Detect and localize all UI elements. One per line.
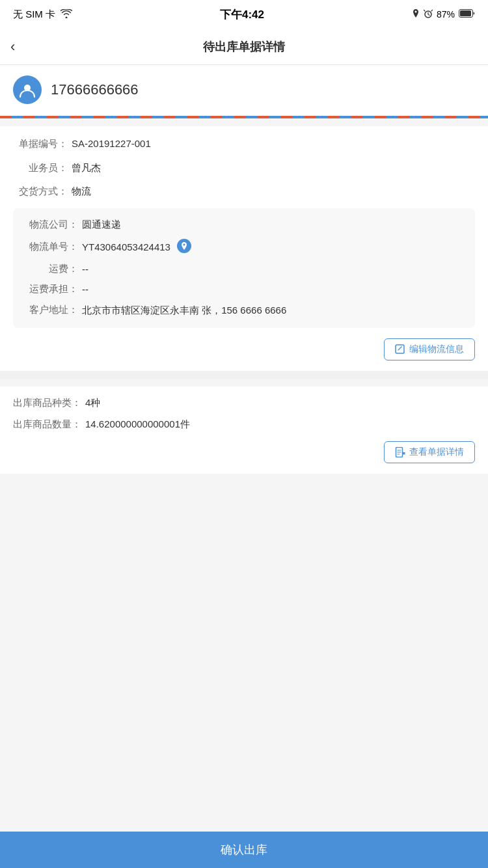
goods-type-value: 4种 <box>85 397 100 409</box>
edit-icon <box>395 344 405 355</box>
edit-button-row: 编辑物流信息 <box>13 338 475 360</box>
goods-section: 出库商品种类： 4种 出库商品数量： 14.620000000000001件 查… <box>0 387 488 474</box>
dashed-divider <box>0 115 488 118</box>
confirm-button-container: 确认出库 <box>0 832 488 868</box>
location-status-icon <box>412 9 420 20</box>
tracking-number: YT43064053424413 <box>82 241 170 252</box>
goods-quantity-row: 出库商品数量： 14.620000000000001件 <box>13 418 475 431</box>
edit-logistics-button[interactable]: 编辑物流信息 <box>384 338 475 360</box>
order-no-label: 单据编号： <box>13 137 72 152</box>
order-no-row: 单据编号： SA-20191227-001 <box>13 137 475 152</box>
address-value: 北京市市辖区海淀区永丰南 张，156 6666 6666 <box>82 303 465 318</box>
freight-bearer-label: 运费承担： <box>23 283 82 295</box>
doc-icon <box>395 447 405 457</box>
salesperson-label: 业务员： <box>13 161 72 176</box>
avatar <box>13 75 42 104</box>
logistics-card: 物流公司： 圆通速递 物流单号： YT43064053424413 运费： <box>13 208 475 329</box>
address-row: 客户地址： 北京市市辖区海淀区永丰南 张，156 6666 6666 <box>23 303 465 318</box>
freight-bearer-row: 运费承担： -- <box>23 283 465 295</box>
view-detail-label: 查看单据详情 <box>409 446 464 458</box>
customer-phone: 17666666666 <box>51 81 139 98</box>
bottom-spacer <box>0 474 488 565</box>
company-label: 物流公司： <box>23 219 82 231</box>
battery-text: 87% <box>437 9 455 20</box>
basic-info-section: 单据编号： SA-20191227-001 业务员： 曾凡杰 交货方式： 物流 … <box>0 126 488 371</box>
salesperson-value: 曾凡杰 <box>72 161 475 176</box>
view-detail-button-row: 查看单据详情 <box>13 441 475 463</box>
delivery-label: 交货方式： <box>13 184 72 199</box>
no-sim-text: 无 SIM 卡 <box>13 8 55 21</box>
tracking-label: 物流单号： <box>23 241 82 253</box>
status-right: 87% <box>412 9 475 20</box>
company-row: 物流公司： 圆通速递 <box>23 219 465 231</box>
freight-row: 运费： -- <box>23 263 465 275</box>
status-left: 无 SIM 卡 <box>13 8 72 21</box>
status-time: 下午4:42 <box>220 7 264 22</box>
company-value: 圆通速递 <box>82 219 465 231</box>
confirm-button[interactable]: 确认出库 <box>13 842 475 858</box>
edit-logistics-label: 编辑物流信息 <box>409 344 464 355</box>
freight-bearer-value: -- <box>82 284 465 295</box>
goods-type-label: 出库商品种类： <box>13 397 85 409</box>
view-detail-button[interactable]: 查看单据详情 <box>384 441 475 463</box>
customer-header: 17666666666 <box>0 65 488 115</box>
salesperson-row: 业务员： 曾凡杰 <box>13 161 475 176</box>
delivery-row: 交货方式： 物流 <box>13 184 475 199</box>
svg-rect-10 <box>403 452 405 455</box>
goods-quantity-label: 出库商品数量： <box>13 418 85 431</box>
page-title: 待出库单据详情 <box>203 39 285 55</box>
back-button[interactable]: ‹ <box>10 38 15 55</box>
tracking-value: YT43064053424413 <box>82 239 465 255</box>
svg-rect-2 <box>460 10 471 16</box>
battery-icon <box>459 9 475 20</box>
section-separator-1 <box>0 371 488 379</box>
nav-bar: ‹ 待出库单据详情 <box>0 29 488 65</box>
delivery-value: 物流 <box>72 184 475 199</box>
goods-type-row: 出库商品种类： 4种 <box>13 397 475 409</box>
map-pin-icon[interactable] <box>177 239 191 255</box>
tracking-row: 物流单号： YT43064053424413 <box>23 239 465 255</box>
address-label: 客户地址： <box>23 304 82 316</box>
order-no-value: SA-20191227-001 <box>72 137 475 152</box>
alarm-status-icon <box>424 9 433 20</box>
freight-value: -- <box>82 264 465 275</box>
status-bar: 无 SIM 卡 下午4:42 87% <box>0 0 488 29</box>
wifi-icon <box>61 9 72 20</box>
goods-quantity-value: 14.620000000000001件 <box>85 418 190 431</box>
freight-label: 运费： <box>23 263 82 275</box>
